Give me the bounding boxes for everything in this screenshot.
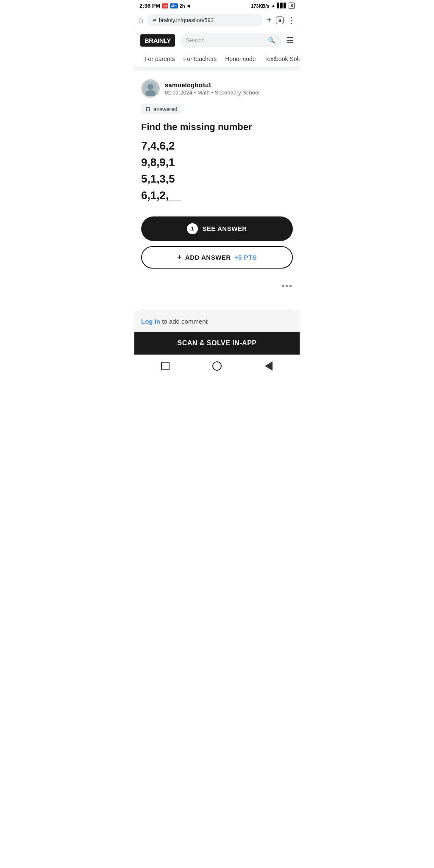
time: 2:36 PM	[139, 3, 160, 9]
bottom-nav	[134, 355, 300, 377]
status-right: 173KB/s ▲ ▋▋▋ 8	[251, 3, 295, 9]
signal-icons: ▲ ▋▋▋	[271, 3, 287, 8]
carrier-extra: 2h	[180, 3, 185, 8]
add-answer-label: ADD ANSWER	[185, 254, 231, 261]
nav-for-parents[interactable]: For parents	[140, 51, 179, 67]
search-bar[interactable]: Search... 🔍	[180, 33, 281, 47]
browser-actions: + 6 ⋮	[267, 15, 295, 25]
circle-icon	[212, 361, 222, 371]
answered-label: answered	[153, 106, 177, 112]
answer-count: 1	[187, 223, 198, 234]
question-body: 7,4,6,2 9,8,9,1 5,1,3,5 6,1,2,__	[141, 138, 293, 204]
separator	[134, 67, 300, 71]
url-bar[interactable]: ⇌ brainly.in/question/592	[147, 14, 263, 26]
vi-badge: VI	[162, 3, 168, 8]
avatar	[141, 79, 160, 98]
user-meta: 02.01.2024 • Math • Secondary School	[165, 89, 259, 96]
jio-badge: Jio	[170, 3, 178, 8]
nav-bar: For parents For teachers Honor code Text…	[134, 51, 300, 67]
login-link[interactable]: Log in	[141, 318, 160, 325]
nav-honor-code[interactable]: Honor code	[221, 51, 260, 67]
status-left: 2:36 PM VI Jio 2h ◂	[139, 3, 190, 9]
question-area: samuelogbolu1 02.01.2024 • Math • Second…	[134, 71, 300, 281]
question-line-4: 6,1,2,__	[141, 187, 293, 204]
question-line-2: 9,8,9,1	[141, 154, 293, 171]
question-line-1: 7,4,6,2	[141, 138, 293, 154]
hamburger-icon[interactable]: ☰	[286, 35, 294, 45]
square-icon	[161, 362, 170, 370]
status-bar: 2:36 PM VI Jio 2h ◂ 173KB/s ▲ ▋▋▋ 8	[134, 0, 300, 11]
nav-textbook[interactable]: Textbook Solu	[260, 51, 300, 67]
user-details: samuelogbolu1 02.01.2024 • Math • Second…	[165, 81, 259, 96]
lock-icon: ⇌	[153, 17, 156, 23]
answered-badge: 🗒 answered	[141, 104, 181, 114]
nav-square-button[interactable]	[159, 360, 171, 372]
question-title: Find the missing number	[141, 121, 293, 133]
spacer	[134, 298, 300, 311]
triangle-icon	[265, 361, 273, 371]
brainly-logo[interactable]: BRAINLY	[140, 34, 175, 47]
site-header: BRAINLY Search... 🔍 ☰	[134, 29, 300, 51]
browser-bar: ⌂ ⇌ brainly.in/question/592 + 6 ⋮	[134, 11, 300, 29]
speed: 173KB/s	[251, 3, 269, 8]
url-text: brainly.in/question/592	[159, 17, 214, 23]
nav-home-button[interactable]	[211, 360, 223, 372]
battery: 8	[289, 3, 295, 9]
see-answer-label: SEE ANSWER	[202, 225, 247, 232]
nav-back-button[interactable]	[263, 360, 275, 372]
add-answer-button[interactable]: + ADD ANSWER +5 PTS	[141, 246, 293, 269]
username: samuelogbolu1	[165, 81, 259, 89]
question-line-3: 5,1,3,5	[141, 171, 293, 187]
more-options[interactable]: •••	[134, 281, 300, 291]
search-icon: 🔍	[268, 37, 275, 44]
tabs-count[interactable]: 6	[276, 17, 284, 24]
answered-icon: 🗒	[145, 106, 151, 112]
svg-point-1	[147, 84, 153, 90]
user-info: samuelogbolu1 02.01.2024 • Math • Second…	[141, 79, 293, 98]
add-answer-pts: +5 PTS	[234, 254, 257, 261]
scan-solve-cta[interactable]: SCAN & SOLVE IN-APP	[134, 332, 300, 355]
comment-suffix: to add comment	[162, 318, 208, 325]
home-icon[interactable]: ⌂	[139, 16, 143, 25]
nav-for-teachers[interactable]: For teachers	[179, 51, 221, 67]
browser-menu-icon[interactable]: ⋮	[288, 16, 295, 25]
comment-area: Log in to add comment	[134, 311, 300, 332]
plus-icon: +	[177, 253, 182, 262]
see-answer-button[interactable]: 1 SEE ANSWER	[141, 216, 293, 241]
new-tab-icon[interactable]: +	[267, 15, 272, 25]
direction-icon: ◂	[187, 3, 190, 9]
search-placeholder: Search...	[186, 37, 210, 44]
